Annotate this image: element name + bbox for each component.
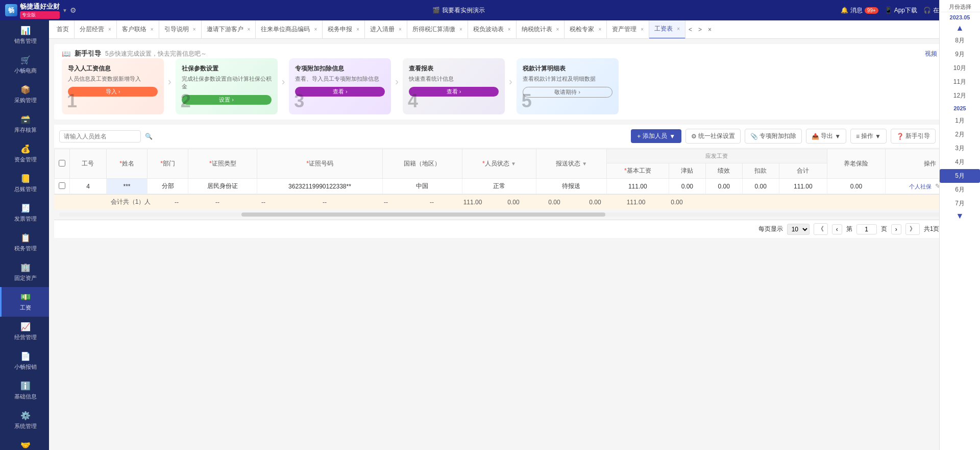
op-social-insurance-link[interactable]: 个人社保 [909,183,932,190]
sidebar-item-system[interactable]: ⚙️ 系统管理 [0,406,49,435]
app-download-button[interactable]: 📱 App下载 [885,6,917,15]
sidebar-item-finance[interactable]: 💰 资金管理 [0,139,49,169]
tab-close-salary-table[interactable]: × [677,26,680,32]
tab-fenceng[interactable]: 分层经营 × [75,20,117,39]
add-person-button[interactable]: + 添加人员 ▼ [631,129,681,143]
logo-dropdown-arrow[interactable]: ▼ [62,8,67,13]
sidebar-item-purchase[interactable]: 📦 采购管理 [0,80,49,109]
select-all-checkbox[interactable] [59,160,65,167]
tab-close-clearance[interactable]: × [399,27,402,32]
tab-income-tax[interactable]: 所得税汇算清缴 × [407,20,468,39]
month-item-3[interactable]: 3月 [940,141,980,155]
export-btn[interactable]: 📤 导出 ▼ [806,129,846,144]
month-item-5[interactable]: 5月 [940,169,980,183]
main-content: 📖 新手引导 5步快速完成设置，快去完善信息吧～ 视频 | 帮助 × [49,39,980,450]
tab-asset-mgmt[interactable]: 资产管理 × [607,20,649,39]
tab-home[interactable]: 首页 [52,20,75,39]
tab-close-product-code[interactable]: × [314,27,317,32]
month-item-12[interactable]: 12月 [940,89,980,103]
tab-invite[interactable]: 邀请下游客户 × [202,20,256,39]
search-icon[interactable]: 🔍 [145,133,153,140]
sidebar-item-operations[interactable]: 📈 经营管理 [0,317,49,346]
top-bar-center: 🎬 我要看实例演示 [77,6,841,15]
month-item-7[interactable]: 7月 [940,197,980,210]
top-bar-left: 畅 畅捷通好业财 专业版 ▼ ⚙ [5,2,77,19]
settings-icon[interactable]: ⚙ [70,6,77,14]
month-item-8[interactable]: 8月 [940,39,980,48]
operations-btn[interactable]: ≡ 操作 ▼ [850,129,887,144]
month-item-1[interactable]: 1月 [940,114,980,128]
month-item-6[interactable]: 6月 [940,183,980,197]
month-item-9[interactable]: 9月 [940,48,980,61]
add-icon: + [637,133,641,140]
tab-customer[interactable]: 客户联络 × [117,20,159,39]
operations-arrow: ▼ [875,133,881,140]
month-item-10[interactable]: 10月 [940,61,980,75]
sidebar-item-sales[interactable]: 📊 销售管理 [0,20,49,50]
sidebar-item-invoice[interactable]: 🧾 发票管理 [0,198,49,228]
wizard-card-3-btn[interactable]: 查看 › [295,87,385,97]
invoice-icon: 🧾 [20,203,31,213]
tab-clearance[interactable]: 进入清册 × [365,20,407,39]
tab-nav-next[interactable]: > [695,26,705,33]
tab-close-asset-mgmt[interactable]: × [641,27,644,32]
tab-tax-burden[interactable]: 税负波动表 × [468,20,517,39]
sidebar-item-cooperation[interactable]: 🤝 企业协同 [0,435,49,450]
wizard-card-1-btn[interactable]: 导入 › [68,87,158,97]
first-page-btn[interactable]: 《 [814,223,828,235]
tab-close-guide[interactable]: × [193,27,196,32]
per-page-select[interactable]: 10 20 50 [787,224,810,235]
tab-close-income-tax[interactable]: × [459,27,462,32]
horizontal-scrollbar[interactable] [59,212,970,217]
tab-guide-desc[interactable]: 引导说明 × [159,20,202,39]
special-deduction-btn[interactable]: 📎 专项附加扣除 [745,129,802,144]
tab-close-tax-expert[interactable]: × [598,27,601,32]
th-id-no: *证照号码 [257,149,382,179]
tab-close-all[interactable]: × [705,26,715,33]
wizard-card-2-btn[interactable]: 设置 › [182,95,272,105]
tab-tax-report[interactable]: 税务申报 × [323,20,365,39]
tab-close-customer[interactable]: × [151,27,154,32]
month-nav-down[interactable]: ▼ [955,210,965,222]
tab-tax-expert[interactable]: 税检专家 × [565,20,607,39]
wizard-card-4-btn[interactable]: 查看 › [409,87,499,97]
tab-nav-prev[interactable]: < [685,26,695,33]
sidebar-item-tax[interactable]: 📋 税务管理 [0,228,49,257]
sidebar-item-ecommerce[interactable]: 🛒 小畅电商 [0,50,49,80]
tab-close-tax-report[interactable]: × [356,27,359,32]
td-id-no: 36232119990122338** [257,179,382,194]
scrollbar-thumb[interactable] [241,212,606,217]
tab-close-invite[interactable]: × [248,27,251,32]
guide-btn[interactable]: ❓ 新手引导 [891,129,936,144]
tab-salary-table[interactable]: 工资表 × [649,20,685,39]
settings-btn[interactable]: ⚙ 统一社保设置 [685,129,741,144]
headset-icon: 🎧 [923,7,931,14]
month-item-2[interactable]: 2月 [940,128,980,141]
row-checkbox[interactable] [59,182,65,189]
tab-close-tax-stat[interactable]: × [556,27,559,32]
demo-button[interactable]: 🎬 我要看实例演示 [432,6,485,15]
sidebar-item-assets[interactable]: 🏢 固定资产 [0,257,49,287]
sidebar-item-ledger[interactable]: 📒 总账管理 [0,169,49,198]
sidebar-item-salary[interactable]: 💵 工资 [0,287,49,317]
tab-close-fenceng[interactable]: × [108,27,111,32]
sidebar-item-inventory[interactable]: 🗃️ 库存核算 [0,109,49,139]
guide-video-link[interactable]: 视频 [925,50,937,58]
sidebar-item-basic[interactable]: ℹ️ 基础信息 [0,376,49,406]
next-page-btn[interactable]: › [891,224,901,234]
prev-page-btn[interactable]: ‹ [832,224,842,234]
wizard-card-5-btn[interactable]: 敬请期待 › [523,87,612,98]
td-base-salary: 111.00 [606,179,669,194]
tab-product-code[interactable]: 往来单位商品编码 × [256,20,323,39]
th-job-no: 工号 [70,149,107,179]
sidebar-item-sales-report[interactable]: 📄 小畅报销 [0,346,49,376]
message-button[interactable]: 🔔 消息 99+ [841,6,878,15]
tab-close-tax-burden[interactable]: × [508,27,511,32]
table-footer: 会计共（1）人 -- -- -- -- -- -- 111.00 0.00 0.… [54,194,975,209]
month-item-11[interactable]: 11月 [940,75,980,89]
search-input[interactable] [59,130,141,143]
tab-tax-stat[interactable]: 纳税统计表 × [517,20,565,39]
month-item-4[interactable]: 4月 [940,155,980,169]
last-page-btn[interactable]: 》 [905,223,920,235]
current-page-input[interactable] [856,224,877,234]
